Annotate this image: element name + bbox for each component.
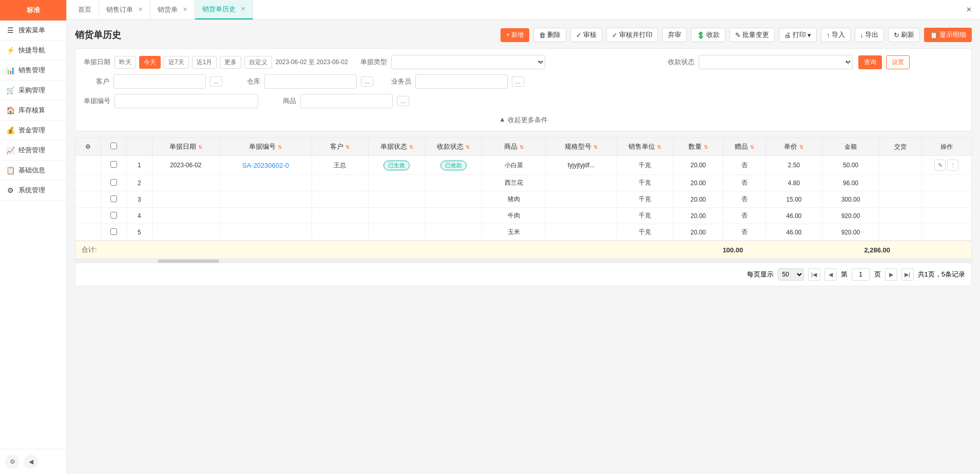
review-button[interactable]: ✓ 审核 <box>570 28 602 42</box>
abandon-button[interactable]: 弃审 <box>662 28 687 42</box>
export-button[interactable]: ↓ 导出 <box>855 28 885 42</box>
col-unit[interactable]: 销售单位⇅ <box>617 138 674 156</box>
page-input[interactable] <box>852 268 870 281</box>
sidebar-item-inventory[interactable]: 🏠 库存核算 <box>0 101 66 121</box>
payment-status-select[interactable] <box>699 55 853 69</box>
date-btn-1month[interactable]: 近1月 <box>192 56 217 69</box>
sort-customer-icon: ⇅ <box>345 144 350 150</box>
export-icon: ↓ <box>860 31 864 39</box>
batch-change-button[interactable]: ✎ 批量变更 <box>729 28 775 42</box>
goods-ellipsis-btn[interactable]: ... <box>397 96 409 106</box>
date-btn-custom[interactable]: 自定义 <box>244 56 272 69</box>
sort-spec-icon: ⇅ <box>593 144 598 150</box>
tab-close-all[interactable]: ✕ <box>966 6 972 13</box>
sidebar-item-operations-mgmt[interactable]: 📈 经营管理 <box>0 141 66 161</box>
col-settings[interactable]: ⚙ <box>75 138 101 156</box>
sidebar-item-system-mgmt[interactable]: ⚙ 系统管理 <box>0 181 66 201</box>
new-button[interactable]: + 新增 <box>501 28 529 42</box>
delete-button[interactable]: 🗑 删除 <box>533 28 566 42</box>
col-goods[interactable]: 商品⇅ <box>482 138 546 156</box>
checkbox-cell[interactable] <box>101 191 127 208</box>
review-print-button[interactable]: ✓ 审核并打印 <box>606 28 658 42</box>
row-checkbox[interactable] <box>110 195 117 202</box>
amount-cell: 920.00 <box>822 224 879 241</box>
tab-sales-goods-close[interactable]: ✕ <box>183 6 187 13</box>
date-btn-7days[interactable]: 近7天 <box>164 56 189 69</box>
tab-home[interactable]: 首页 <box>71 0 99 19</box>
checkbox-cell[interactable] <box>101 224 127 241</box>
date-btn-today[interactable]: 今天 <box>139 56 161 69</box>
tab-sales-history[interactable]: 销货单历史 ✕ <box>195 0 253 19</box>
print-button[interactable]: 🖨 打印 ▾ <box>779 28 817 42</box>
sidebar-settings-btn[interactable]: ⚙ <box>5 455 20 469</box>
amount-cell: 300.00 <box>822 191 879 208</box>
tab-sales-order-close[interactable]: ✕ <box>138 6 143 13</box>
checkbox-cell[interactable] <box>101 175 127 191</box>
warehouse-ellipsis-btn[interactable]: ... <box>361 76 373 87</box>
sidebar-item-quick-nav[interactable]: ⚡ 快捷导航 <box>0 41 66 61</box>
date-field: 单据日期 昨天 今天 近7天 近1月 更多 自定义 2023-06-02 至 2… <box>84 56 348 69</box>
sidebar-item-sales-mgmt[interactable]: 📊 销售管理 <box>0 61 66 81</box>
doc-no-input[interactable] <box>114 94 258 108</box>
sidebar-item-finance-mgmt[interactable]: 💰 资金管理 <box>0 121 66 141</box>
first-page-btn[interactable]: |◀ <box>808 268 820 281</box>
collect-button[interactable]: 💲 收款 <box>691 28 725 42</box>
customer-ellipsis-btn[interactable]: ... <box>210 76 222 87</box>
customer-input[interactable] <box>113 74 206 89</box>
type-select[interactable] <box>391 55 545 69</box>
gift-cell: 否 <box>723 156 765 175</box>
sidebar-item-purchase-mgmt[interactable]: 🛒 采购管理 <box>0 81 66 101</box>
table-footer: 合计: 100.00 2,286.00 <box>75 241 971 259</box>
date-btn-more[interactable]: 更多 <box>220 56 241 69</box>
row-checkbox[interactable] <box>110 179 117 186</box>
col-doc-date[interactable]: 单据日期⇅ <box>152 138 219 156</box>
edit-btn[interactable]: ✎ <box>934 160 946 171</box>
settings-cell <box>75 175 101 191</box>
checkbox-cell[interactable] <box>101 156 127 175</box>
more-btn[interactable]: ⋮ <box>947 160 958 171</box>
sidebar-item-label: 基础信息 <box>18 166 45 175</box>
row-checkbox[interactable] <box>110 161 117 168</box>
date-btn-yesterday[interactable]: 昨天 <box>114 56 136 69</box>
col-checkbox[interactable] <box>101 138 127 156</box>
per-page-label: 每页显示 <box>747 270 774 279</box>
next-page-btn[interactable]: ▶ <box>885 268 897 281</box>
col-payment-status[interactable]: 收款状态⇅ <box>425 138 482 156</box>
row-checkbox[interactable] <box>110 212 117 219</box>
doc-no-link[interactable]: SA-20230602-0 <box>242 162 289 169</box>
col-gift[interactable]: 赠品⇅ <box>723 138 765 156</box>
import-button[interactable]: ↑ 导入 <box>821 28 851 42</box>
prev-page-btn[interactable]: ◀ <box>824 268 837 281</box>
last-page-btn[interactable]: ▶| <box>901 268 914 281</box>
row-checkbox[interactable] <box>110 228 117 235</box>
payment-status-label: 收款状态 <box>668 57 695 67</box>
action-cell: ✎ ⋮ <box>921 156 971 175</box>
sidebar-item-search-menu[interactable]: ☰ 搜索菜单 <box>0 21 66 41</box>
col-doc-status[interactable]: 单据状态⇅ <box>369 138 426 156</box>
sidebar-toggle-btn[interactable]: ◀ <box>24 455 38 469</box>
salesperson-ellipsis-btn[interactable]: ... <box>512 76 524 87</box>
refresh-button[interactable]: ↻ 刷新 <box>888 28 920 42</box>
select-all-checkbox[interactable] <box>110 143 117 149</box>
col-customer[interactable]: 客户⇅ <box>312 138 369 156</box>
horizontal-scrollbar[interactable] <box>75 259 971 263</box>
tab-sales-goods[interactable]: 销货单 ✕ <box>150 0 195 19</box>
goods-input[interactable] <box>300 94 393 108</box>
per-page-select[interactable]: 50 100 200 <box>778 268 804 281</box>
qty-cell: 20.00 <box>674 208 723 224</box>
doc-status-cell <box>369 208 426 224</box>
settings-button[interactable]: 设置 <box>886 55 910 69</box>
sidebar-item-basic-info[interactable]: 📋 基础信息 <box>0 161 66 181</box>
warehouse-input[interactable] <box>264 74 357 89</box>
salesperson-input[interactable] <box>415 74 508 89</box>
query-button[interactable]: 查询 <box>858 55 882 69</box>
col-price[interactable]: 单价⇅ <box>765 138 822 156</box>
show-detail-button[interactable]: 📋 显示明细 <box>924 28 972 42</box>
col-doc-no[interactable]: 单据编号⇅ <box>219 138 312 156</box>
tab-sales-order[interactable]: 销售订单 ✕ <box>99 0 150 19</box>
tab-sales-history-close[interactable]: ✕ <box>241 6 245 12</box>
search-collapse[interactable]: ▲ 收起更多条件 <box>84 113 963 125</box>
checkbox-cell[interactable] <box>101 208 127 224</box>
col-qty[interactable]: 数量⇅ <box>674 138 723 156</box>
col-spec[interactable]: 规格型号⇅ <box>546 138 617 156</box>
